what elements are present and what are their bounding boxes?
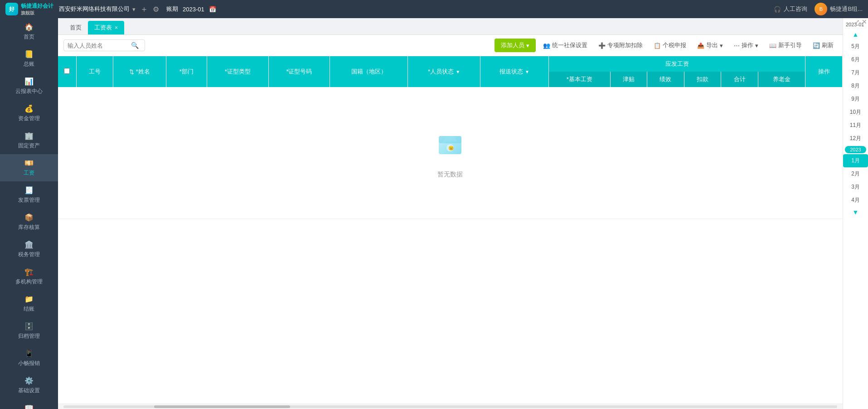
chevron-down-icon[interactable]: ▾ (132, 6, 136, 13)
refresh-btn[interactable]: 🔄 刷新 (809, 39, 837, 51)
tab-bar: 首页 工资表 × (58, 18, 843, 35)
operation-arrow-icon: ▾ (755, 42, 758, 49)
period-label: 账期 (166, 5, 178, 13)
date-panel: 2023-01 ✕ ⤢ ▲ 5月 6月 7月 8月 9月 10月 11月 12月… (843, 18, 868, 409)
period-selector[interactable]: 账期 2023-01 📅 (166, 5, 216, 13)
user-menu[interactable]: B 畅捷通B组... (815, 3, 863, 15)
user-label: 畅捷通B组... (830, 5, 863, 13)
date-nav-down-button[interactable]: ▼ (843, 207, 868, 218)
salary-table: 工号 ⇅ *姓名 *部门 (58, 56, 843, 219)
guide-toolbar-icon: 📖 (769, 42, 776, 49)
close-account-icon: 📁 (24, 295, 34, 303)
funds-icon: 💰 (24, 104, 34, 113)
date-month-2022-12[interactable]: 12月 (843, 132, 868, 145)
social-security-btn[interactable]: 👥 统一社保设置 (539, 39, 591, 51)
person-status-filter-icon[interactable]: ▼ (456, 69, 460, 74)
date-panel-resize-button[interactable]: ⤢ (854, 18, 860, 25)
th-total: 合计 (721, 72, 758, 87)
sidebar-item-close-account[interactable]: 📁 结账 (0, 290, 58, 317)
sidebar-item-fixed-assets[interactable]: 🏢 固定资产 (0, 127, 58, 154)
date-month-2022-06[interactable]: 6月 (843, 53, 868, 66)
date-month-2022-10[interactable]: 10月 (843, 106, 868, 119)
sidebar-item-ledger[interactable]: 📒 总账 (0, 45, 58, 73)
logo-sub: 旗舰版 (21, 10, 53, 16)
topbar-right: 🎧 人工咨询 B 畅捷通B组... (774, 3, 863, 15)
toolbar-right: 添加人员 ▾ 👥 统一社保设置 ➕ 专项附加扣除 📋 个税申 (495, 39, 837, 52)
operation-btn[interactable]: ⋯ 操作 ▾ (730, 39, 762, 51)
date-month-2022-05[interactable]: 5月 (843, 40, 868, 53)
date-month-2022-11[interactable]: 11月 (843, 119, 868, 132)
sidebar-item-invoice[interactable]: 🧾 发票管理 (0, 181, 58, 209)
inventory-icon: 📦 (24, 213, 34, 222)
export-label: 导出 (706, 41, 718, 49)
sidebar-item-settings[interactable]: ⚙️ 基础设置 (0, 372, 58, 399)
date-month-2023-01[interactable]: 1月 (843, 154, 868, 167)
salary-icon: 💴 (24, 159, 34, 167)
main-area: 🏠 首页 📒 总账 📊 云报表中心 💰 资金管理 🏢 固定资产 💴 工资 (0, 18, 868, 409)
support-btn[interactable]: 🎧 人工咨询 (774, 5, 807, 13)
sidebar-item-expense[interactable]: 📱 小畅报销 (0, 345, 58, 372)
sidebar-item-guide[interactable]: 📖 新手引导 (0, 399, 58, 409)
th-wage-group: 应发工资 (548, 56, 805, 72)
export-arrow-icon: ▾ (720, 42, 723, 49)
invoice-icon: 🧾 (24, 186, 34, 195)
calendar-icon[interactable]: 📅 (209, 6, 216, 13)
add-icon[interactable]: ＋ (140, 4, 148, 15)
date-month-2023-04[interactable]: 4月 (843, 194, 868, 207)
guide-label: 新手引导 (778, 41, 802, 49)
tab-salary[interactable]: 工资表 × (88, 21, 124, 34)
sidebar-item-multi-org[interactable]: 🏗️ 多机构管理 (0, 263, 58, 290)
search-input-wrap[interactable]: 🔍 (63, 39, 145, 51)
guide-btn[interactable]: 📖 新手引导 (766, 39, 805, 51)
sidebar-label-multi-org: 多机构管理 (15, 278, 43, 286)
date-month-2023-03[interactable]: 3月 (843, 180, 868, 194)
th-country: 国籍（地区） (330, 56, 408, 87)
th-base-wage: *基本工资 (548, 72, 610, 87)
special-deduction-btn[interactable]: ➕ 专项附加扣除 (595, 39, 646, 51)
date-month-2022-07[interactable]: 7月 (843, 66, 868, 79)
tab-close-icon[interactable]: × (115, 24, 118, 31)
search-bar: 🔍 添加人员 ▾ 👥 统一社保设置 ➕ (58, 35, 843, 56)
ledger-icon: 📒 (24, 50, 34, 58)
add-person-button[interactable]: 添加人员 ▾ (495, 39, 536, 52)
company-selector[interactable]: 西安虾米网络科技有限公司 ▾ (59, 5, 136, 13)
sidebar-item-salary[interactable]: 💴 工资 (0, 154, 58, 181)
sidebar-label-settings: 基础设置 (18, 387, 40, 394)
date-month-2022-09[interactable]: 9月 (843, 93, 868, 106)
sidebar-label-fixed-assets: 固定资产 (18, 142, 40, 150)
th-report-status[interactable]: 报送状态 ▼ (480, 56, 548, 87)
date-year-2023: 2023 (845, 146, 866, 153)
tab-home[interactable]: 首页 (63, 21, 88, 34)
date-panel-close-button[interactable]: ✕ (862, 18, 867, 25)
sidebar-item-tax[interactable]: 🏛️ 税务管理 (0, 236, 58, 263)
sidebar-label-ledger: 总账 (24, 60, 34, 68)
select-all-checkbox[interactable] (64, 68, 70, 74)
expense-icon: 📱 (24, 349, 34, 358)
tax-report-btn[interactable]: 📋 个税申报 (650, 39, 690, 51)
date-month-2022-08[interactable]: 8月 (843, 79, 868, 93)
sidebar-item-funds[interactable]: 💰 资金管理 (0, 100, 58, 127)
th-action: 操作 (805, 56, 843, 87)
report-status-filter-icon[interactable]: ▼ (525, 69, 529, 74)
sidebar-label-close-account: 结账 (24, 305, 34, 313)
th-person-status[interactable]: *人员状态 ▼ (408, 56, 480, 87)
th-checkbox[interactable] (58, 56, 76, 87)
sidebar-label-funds: 资金管理 (18, 115, 40, 122)
settings-icon[interactable]: ⚙ (153, 5, 159, 14)
sidebar-item-home[interactable]: 🏠 首页 (0, 18, 58, 45)
date-nav-up-button[interactable]: ▲ (843, 29, 868, 40)
th-name[interactable]: ⇅ *姓名 (113, 56, 166, 87)
sidebar: 🏠 首页 📒 总账 📊 云报表中心 💰 资金管理 🏢 固定资产 💴 工资 (0, 18, 58, 409)
export-btn[interactable]: 📤 导出 ▾ (693, 39, 727, 51)
empty-state: 😐 暂无数据 (63, 91, 838, 215)
search-input[interactable] (68, 42, 131, 49)
th-allowance: 津贴 (610, 72, 647, 87)
scroll-thumb[interactable] (154, 405, 290, 408)
operation-label: 操作 (742, 41, 753, 49)
sidebar-item-inventory[interactable]: 📦 库存核算 (0, 209, 58, 236)
app-container: 好 畅捷通好会计 旗舰版 西安虾米网络科技有限公司 ▾ ＋ ⚙ 账期 2023-… (0, 0, 868, 409)
date-month-2023-02[interactable]: 2月 (843, 167, 868, 180)
sidebar-item-archive[interactable]: 🗄️ 归档管理 (0, 317, 58, 345)
sidebar-item-cloud-report[interactable]: 📊 云报表中心 (0, 73, 58, 100)
empty-icon: 😐 (432, 127, 468, 163)
